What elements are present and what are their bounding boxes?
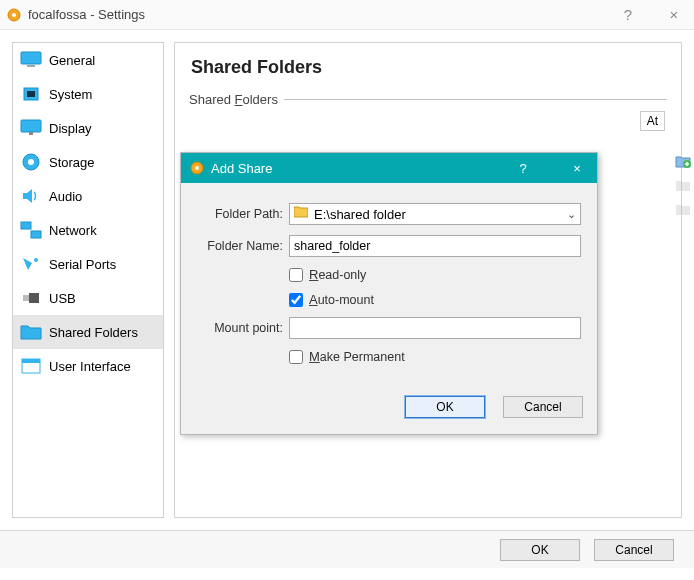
svg-rect-13 — [23, 295, 29, 301]
svg-point-1 — [12, 13, 16, 17]
svg-rect-7 — [29, 132, 33, 135]
sidebar-item-usb[interactable]: USB — [13, 281, 163, 315]
dialog-close-button[interactable]: × — [565, 161, 589, 176]
svg-rect-6 — [21, 120, 41, 132]
serial-icon — [19, 254, 43, 274]
sidebar-item-label: USB — [49, 291, 76, 306]
sidebar-item-label: Shared Folders — [49, 325, 138, 340]
group-label: Shared Folders — [189, 92, 667, 107]
sidebar-item-network[interactable]: Network — [13, 213, 163, 247]
speaker-icon — [19, 186, 43, 206]
sidebar-item-label: General — [49, 53, 95, 68]
sidebar-item-sharedfolders[interactable]: Shared Folders — [13, 315, 163, 349]
gear-icon — [189, 160, 205, 176]
sidebar-item-label: Network — [49, 223, 97, 238]
svg-rect-16 — [22, 359, 40, 363]
monitor-icon — [19, 50, 43, 70]
chevron-down-icon: ⌄ — [567, 208, 576, 221]
svg-rect-10 — [21, 222, 31, 229]
add-share-dialog: Add Share ? × Folder Path: E:\shared fol… — [180, 152, 598, 435]
automount-checkbox[interactable] — [289, 293, 303, 307]
mount-point-label: Mount point: — [197, 321, 283, 335]
svg-point-19 — [195, 166, 199, 170]
sidebar-item-label: Audio — [49, 189, 82, 204]
readonly-label[interactable]: Read-only — [309, 267, 366, 282]
mount-point-field[interactable] — [289, 317, 581, 339]
folder-name-field[interactable] — [289, 235, 581, 257]
usb-icon — [19, 288, 43, 308]
sidebar-item-audio[interactable]: Audio — [13, 179, 163, 213]
gear-icon — [6, 7, 22, 23]
close-button[interactable]: × — [660, 6, 688, 23]
sidebar-item-display[interactable]: Display — [13, 111, 163, 145]
settings-sidebar: General System Display Storage Audio Net… — [12, 42, 164, 518]
ok-button[interactable]: OK — [500, 539, 580, 561]
dialog-help-button[interactable]: ? — [511, 161, 535, 176]
remove-share-button[interactable] — [674, 200, 692, 218]
window-title: focalfossa - Settings — [28, 7, 145, 22]
tab-strip: At — [640, 111, 665, 131]
display-icon — [19, 118, 43, 138]
svg-rect-14 — [29, 293, 39, 303]
sidebar-item-serialports[interactable]: Serial Ports — [13, 247, 163, 281]
svg-rect-2 — [21, 52, 41, 64]
permanent-label[interactable]: Make Permanent — [309, 349, 405, 364]
settings-footer: OK Cancel — [0, 530, 694, 568]
automount-label[interactable]: Auto-mount — [309, 292, 374, 307]
mount-point-input[interactable] — [294, 321, 576, 335]
sidebar-item-userinterface[interactable]: User Interface — [13, 349, 163, 383]
folder-name-input[interactable] — [294, 239, 576, 253]
window-titlebar: focalfossa - Settings ? × — [0, 0, 694, 30]
ui-icon — [19, 356, 43, 376]
sidebar-item-label: Storage — [49, 155, 95, 170]
help-button[interactable]: ? — [614, 6, 642, 23]
add-share-button[interactable] — [674, 152, 692, 170]
sidebar-item-label: Serial Ports — [49, 257, 116, 272]
page-title: Shared Folders — [191, 57, 667, 78]
folder-icon — [294, 206, 310, 222]
svg-rect-5 — [27, 91, 35, 97]
folder-name-label: Folder Name: — [197, 239, 283, 253]
sidebar-item-system[interactable]: System — [13, 77, 163, 111]
dialog-cancel-button[interactable]: Cancel — [503, 396, 583, 418]
folder-path-value: E:\shared folder — [314, 207, 406, 222]
svg-point-9 — [28, 159, 34, 165]
chip-icon — [19, 84, 43, 104]
dialog-title: Add Share — [211, 161, 272, 176]
sidebar-item-label: User Interface — [49, 359, 131, 374]
svg-rect-11 — [31, 231, 41, 238]
cancel-button[interactable]: Cancel — [594, 539, 674, 561]
svg-rect-3 — [27, 65, 35, 67]
folder-icon — [19, 322, 43, 342]
sidebar-item-general[interactable]: General — [13, 43, 163, 77]
permanent-checkbox[interactable] — [289, 350, 303, 364]
edit-share-button[interactable] — [674, 176, 692, 194]
sidebar-item-storage[interactable]: Storage — [13, 145, 163, 179]
sidebar-item-label: Display — [49, 121, 92, 136]
tab-at[interactable]: At — [640, 111, 665, 131]
folder-path-label: Folder Path: — [197, 207, 283, 221]
dialog-titlebar: Add Share ? × — [181, 153, 597, 183]
dialog-ok-button[interactable]: OK — [405, 396, 485, 418]
sidebar-item-label: System — [49, 87, 92, 102]
disk-icon — [19, 152, 43, 172]
network-icon — [19, 220, 43, 240]
folder-path-combo[interactable]: E:\shared folder ⌄ — [289, 203, 581, 225]
svg-point-12 — [34, 258, 38, 262]
readonly-checkbox[interactable] — [289, 268, 303, 282]
